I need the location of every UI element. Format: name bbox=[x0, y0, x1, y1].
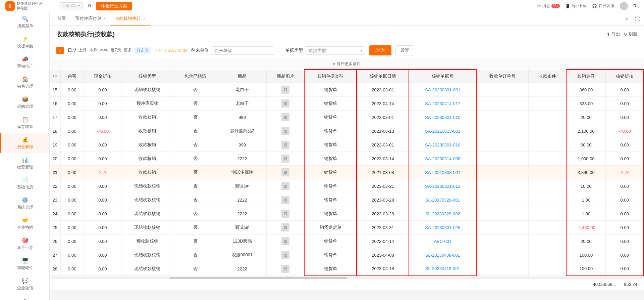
trial-button[interactable]: 体验行业方案 bbox=[96, 2, 132, 10]
bill-no-link[interactable]: SA-20230414-017 bbox=[425, 101, 461, 106]
sidebar-item-management[interactable]: 📊 经营管理 bbox=[0, 153, 49, 173]
td-cash-discount: 0.00 bbox=[84, 234, 121, 248]
tab-verify-close[interactable]: × bbox=[143, 16, 145, 20]
sidebar-item-guide[interactable]: 🎯 新手引导 bbox=[0, 234, 49, 254]
th-settings[interactable]: ⚙ bbox=[50, 70, 60, 83]
td-bill-no[interactable]: SA-20230321-012 bbox=[409, 179, 476, 193]
td-bill-date: 2023-03-28 bbox=[357, 193, 409, 207]
sidebar-item-sales[interactable]: 🏠 销售管理 bbox=[0, 73, 49, 93]
td-bill-no[interactable]: ABC-001 bbox=[409, 234, 476, 248]
date-prev-month[interactable]: 上月 bbox=[78, 47, 87, 54]
expand-more-bar[interactable]: ▾ 展开更多条件 bbox=[50, 59, 644, 69]
sidebar-item-nav[interactable]: ⚡ 快捷导航 bbox=[0, 32, 49, 52]
td-bill-no[interactable]: SA-20210808-001 bbox=[409, 166, 476, 179]
sidebar-item-member[interactable]: V 畅会员 bbox=[0, 294, 49, 300]
tab-prepay[interactable]: 预付冲应付单 × bbox=[70, 12, 110, 26]
td-bill-no[interactable]: SA-20230414-017 bbox=[409, 97, 476, 111]
td-receipt-condition bbox=[528, 138, 566, 152]
td-bill-no[interactable]: SA-20230314-008 bbox=[409, 152, 476, 166]
td-verify-type: 预冲应应收 bbox=[121, 97, 173, 111]
bill-no-link[interactable]: SA-20230321-012 bbox=[425, 184, 461, 189]
bill-no-link[interactable]: SA-20230301-010 bbox=[425, 115, 461, 120]
tab-home[interactable]: 首页 bbox=[52, 12, 70, 26]
td-verify-discount: 0.00 bbox=[606, 83, 644, 97]
bill-no-link[interactable]: SA-20210813-001 bbox=[425, 129, 461, 134]
date-7days[interactable]: 近7天 bbox=[111, 47, 121, 54]
td-bill-no[interactable]: SA-20230301-010 bbox=[409, 138, 476, 152]
sidebar-item-inventory[interactable]: 📋 库存核算 bbox=[0, 113, 49, 133]
bill-no-link[interactable]: SA-20230301-010 bbox=[425, 142, 461, 147]
td-remainder: 0.00 bbox=[60, 166, 84, 179]
td-verify-amount: 333.00 bbox=[566, 97, 606, 111]
td-verify-discount: 0.00 bbox=[606, 97, 644, 111]
td-bill-no[interactable]: SA-20230301-010 bbox=[409, 111, 476, 124]
sidebar-item-system[interactable]: ⚙️ 系统管理 bbox=[0, 194, 49, 214]
export-button[interactable]: ⬆ 导出 bbox=[606, 31, 620, 37]
bill-no-link[interactable]: SA-20210808-001 bbox=[425, 170, 461, 175]
sidebar-item-wechat[interactable]: 💬 企业微信 bbox=[0, 274, 49, 294]
td-bill-no[interactable]: SA-20230331-026 bbox=[409, 221, 476, 234]
date-this-month[interactable]: 本月 bbox=[89, 47, 97, 54]
td-verify-discount: 0.00 bbox=[606, 221, 644, 234]
expand-filter-button[interactable]: » bbox=[56, 47, 64, 54]
tab-expand[interactable]: ⛶ bbox=[633, 15, 641, 23]
page-content: 收款核销执行(按收款) ⬆ 导出 ↻ 刷新 » 日 bbox=[50, 26, 644, 300]
footer-verify-amount: 40,556,66... bbox=[593, 282, 616, 287]
sidebar-item-search[interactable]: 🔍 搜索菜单 bbox=[0, 12, 49, 32]
data-table: ⚙ 余额 现金折扣 核销类型 包含已结清 商品 商品图片 核销单据类型 核销单据… bbox=[50, 69, 644, 276]
online-service-button[interactable]: 🎧 在线客服 bbox=[592, 3, 614, 9]
bill-no-link[interactable]: SL-20230328-002 bbox=[425, 211, 460, 216]
logo-icon: 6 bbox=[5, 1, 15, 11]
td-bill-no[interactable]: SL-20230328-001 bbox=[409, 193, 476, 207]
query-button[interactable]: 查询 bbox=[369, 45, 391, 55]
td-bill-date: 2023-03-31 bbox=[357, 221, 409, 234]
tab-verify[interactable]: 收款核销执行 × bbox=[110, 12, 150, 26]
bill-no-link[interactable]: SL-20230408-001 bbox=[425, 253, 460, 258]
bill-no-link[interactable]: SA-20230314-008 bbox=[425, 156, 461, 161]
bill-no-link[interactable]: SA-20230301-001 bbox=[425, 87, 461, 92]
bill-no-link[interactable]: SL-20230328-001 bbox=[425, 198, 460, 203]
td-receipt-order-no bbox=[476, 248, 528, 262]
sidebar-item-basics[interactable]: 📄 基础信息 bbox=[0, 173, 49, 194]
td-include-settled: 否 bbox=[173, 221, 218, 234]
td-bill-date: 2023-03-21 bbox=[357, 179, 409, 193]
td-receipt-order-no bbox=[476, 111, 528, 124]
sidebar-item-collab[interactable]: 🤝 企业协同 bbox=[0, 214, 49, 234]
sidebar-item-marketing[interactable]: 📣 营销推广 bbox=[0, 52, 49, 73]
td-verify-discount: 0.00 bbox=[606, 234, 644, 248]
date-more[interactable]: 更多 bbox=[124, 47, 132, 54]
sidebar-item-purchase[interactable]: 📦 采购管理 bbox=[0, 93, 49, 113]
bill-type-select[interactable]: 单据类型 bbox=[305, 46, 365, 55]
settings-icon[interactable]: ⚙ bbox=[86, 2, 94, 10]
td-product-image: 🖼 bbox=[267, 179, 305, 193]
td-bill-no[interactable]: SL-20230328-002 bbox=[409, 207, 476, 221]
tab-prepay-close[interactable]: × bbox=[103, 16, 105, 20]
td-bill-no[interactable]: SA-20230301-001 bbox=[409, 83, 476, 97]
refresh-button[interactable]: ↻ 刷新 bbox=[624, 31, 637, 37]
scrollbar-thumb[interactable] bbox=[169, 277, 347, 279]
date-custom[interactable]: 自定义 bbox=[135, 47, 151, 54]
company-selector[interactable]: 公司名称 ▾ bbox=[59, 2, 83, 9]
messages-button[interactable]: ✉ 消息 99+ bbox=[537, 3, 560, 9]
sidebar-item-hardware[interactable]: 🖥️ 智能硬件 bbox=[0, 254, 49, 274]
td-bill-no[interactable]: SL-20230418-001 bbox=[409, 262, 476, 276]
tab-close-all[interactable]: × bbox=[623, 15, 631, 23]
settings-button[interactable]: 设置 bbox=[395, 45, 414, 55]
hardware-icon: 🖥️ bbox=[22, 257, 29, 264]
sidebar-item-finance[interactable]: 💰 资金管理 bbox=[0, 133, 49, 153]
table-row: 21 0.00 -2.76 收款核销 否 测试多属性 🖼 销货单 2021-08… bbox=[50, 166, 644, 179]
top-bar: 6 畅捷通谱好生意 标推版 公司名称 ▾ ⚙ 体验行业方案 ✉ 消息 99+ 📱… bbox=[0, 0, 644, 12]
bill-no-link[interactable]: SL-20230418-001 bbox=[425, 266, 460, 271]
avatar[interactable] bbox=[620, 2, 628, 10]
bill-no-link[interactable]: SA-20230331-026 bbox=[425, 225, 461, 230]
bill-no-link[interactable]: ABC-001 bbox=[434, 239, 451, 244]
col-settings-icon: ⚙ bbox=[53, 74, 57, 79]
app-download-button[interactable]: 📱 App下载 bbox=[565, 3, 587, 9]
date-this-year[interactable]: 本年 bbox=[100, 47, 108, 54]
td-bill-no[interactable]: SA-20210813-001 bbox=[409, 124, 476, 138]
td-verify-amount: 1,000.00 bbox=[566, 152, 606, 166]
td-remainder: 0.00 bbox=[60, 111, 84, 124]
td-bill-no[interactable]: SL-20230408-001 bbox=[409, 248, 476, 262]
bill-type-select-wrapper: 单据类型 bbox=[305, 46, 365, 55]
partner-input[interactable] bbox=[211, 46, 274, 55]
